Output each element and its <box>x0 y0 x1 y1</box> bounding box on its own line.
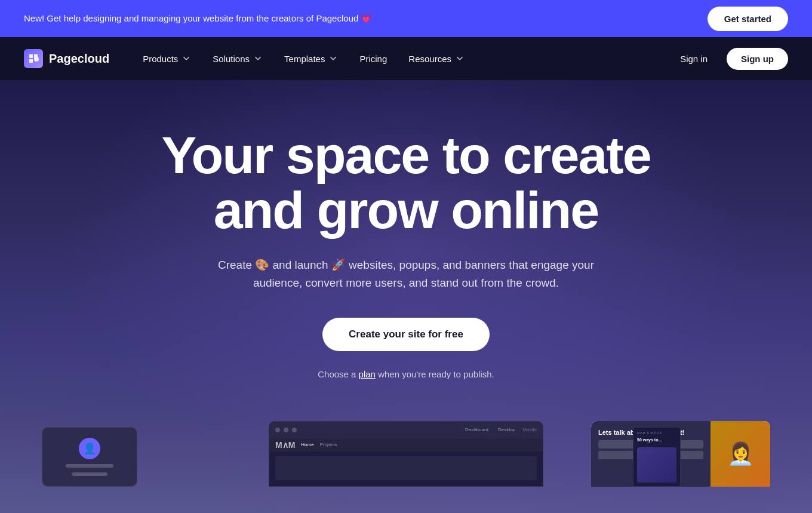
chevron-down-icon <box>455 54 465 63</box>
mockup-ebook: MPM E-BOOK 50 ways to... <box>633 427 681 487</box>
mockup-dashboard: Dashboard Desktop Mobile M∧M Home Projec… <box>269 421 543 487</box>
mockup-ebook-cover <box>637 447 676 483</box>
mockup-dot-1 <box>275 428 280 432</box>
nav-templates-label: Templates <box>284 54 325 64</box>
hero-section: Your space to create and grow online Cre… <box>0 80 812 513</box>
announcement-text: New! Get help designing and managing you… <box>24 13 708 24</box>
nav-pricing-label: Pricing <box>359 54 387 64</box>
mockup-nav-home: Home <box>301 442 313 447</box>
get-started-button[interactable]: Get started <box>708 7 788 31</box>
navbar: Pagecloud Products Solutions Templates P… <box>0 37 812 80</box>
nav-resources-label: Resources <box>408 54 451 64</box>
mockup-content-block <box>275 456 537 480</box>
nav-item-resources[interactable]: Resources <box>399 49 474 69</box>
mockup-popup-image: 👩‍💼 <box>710 421 770 487</box>
mockup-popup-person-icon: 👩‍💼 <box>727 441 754 466</box>
mockup-nav-projects: Projects <box>320 442 337 447</box>
mockup-dot-3 <box>292 428 297 432</box>
plan-link[interactable]: plan <box>359 369 376 379</box>
mockup-content-area <box>269 451 543 485</box>
hero-subtitle: Create 🎨 and launch 🚀 websites, popups, … <box>215 256 597 293</box>
mockup-avatar-icon: 👤 <box>79 438 100 459</box>
mockup-sitenav: M∧M Home Projects <box>269 438 543 451</box>
cta-wrapper: Create your site for free <box>161 318 650 363</box>
hero-title-line1: Your space to create <box>161 125 650 185</box>
mockup-brand: M∧M <box>275 440 295 450</box>
logo[interactable]: Pagecloud <box>24 49 109 68</box>
mockup-topbar-label: Dashboard <box>465 427 488 432</box>
mockup-topbar-mobile: Mobile <box>522 427 537 432</box>
chevron-down-icon <box>328 54 338 63</box>
mockup-popup: Lets talk about that project! 👩‍💼 <box>591 421 770 487</box>
nav-item-products[interactable]: Products <box>133 49 201 69</box>
cta-button[interactable]: Create your site for free <box>322 318 490 351</box>
sign-in-button[interactable]: Sign in <box>670 49 717 69</box>
hero-content: Your space to create and grow online Cre… <box>161 128 650 379</box>
chevron-down-icon <box>253 54 263 63</box>
nav-item-templates[interactable]: Templates <box>275 49 347 69</box>
logo-icon <box>24 49 43 68</box>
logo-text: Pagecloud <box>49 52 109 66</box>
mockup-dot-2 <box>284 428 288 432</box>
nav-actions: Sign in Sign up <box>670 48 788 70</box>
mockup-topbar: Dashboard Desktop Mobile <box>269 422 543 438</box>
mockup-ebook-label: MPM E-BOOK <box>637 431 676 435</box>
hero-title-line2: and grow online <box>214 180 599 239</box>
choose-plan-text: Choose a plan when you're ready to publi… <box>161 369 650 379</box>
hero-title: Your space to create and grow online <box>161 128 650 238</box>
choose-plan-prefix: Choose a <box>318 369 356 379</box>
nav-products-label: Products <box>143 54 178 64</box>
choose-plan-suffix: when you're ready to publish. <box>378 369 494 379</box>
announcement-banner: New! Get help designing and managing you… <box>0 0 812 37</box>
mockup-profile-card: 👤 <box>42 427 137 487</box>
mockup-bar-1 <box>66 464 113 468</box>
hero-mockups: 👤 Dashboard Desktop Mobile M∧M Home Proj… <box>24 415 788 487</box>
mockup-ebook-title: 50 ways to... <box>637 437 676 443</box>
nav-item-pricing[interactable]: Pricing <box>350 49 396 69</box>
nav-solutions-label: Solutions <box>213 54 250 64</box>
mockup-bar-2 <box>72 472 107 476</box>
sign-up-button[interactable]: Sign up <box>727 48 788 70</box>
nav-item-solutions[interactable]: Solutions <box>203 49 272 69</box>
mockup-topbar-desktop: Desktop <box>498 427 515 432</box>
chevron-down-icon <box>182 54 191 63</box>
nav-items: Products Solutions Templates Pricing Res… <box>133 49 670 69</box>
